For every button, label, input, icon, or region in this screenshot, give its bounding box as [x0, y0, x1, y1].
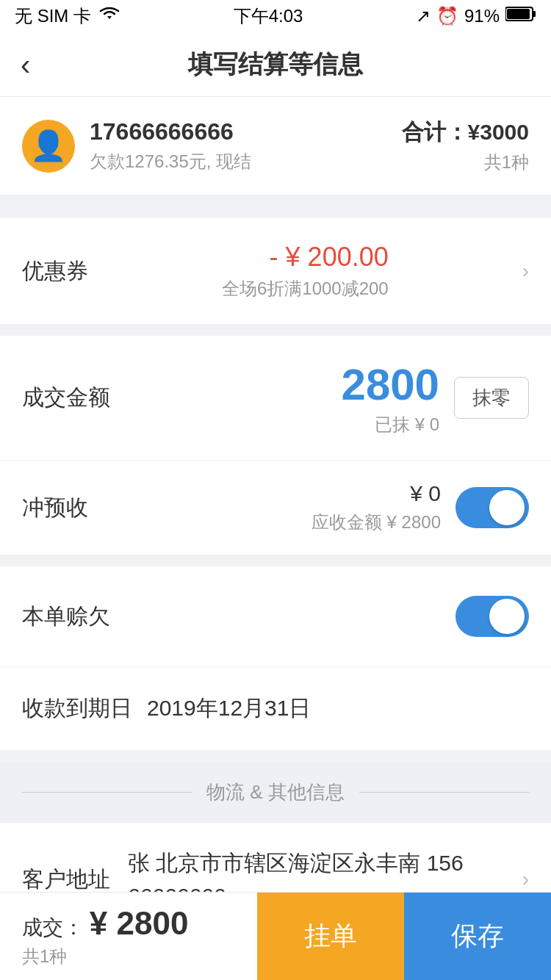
- duedate-value: 2019年12月31日: [147, 693, 311, 724]
- customer-debt: 欠款1276.35元, 现结: [90, 150, 251, 173]
- credit-toggle-knob: [489, 599, 525, 634]
- avatar: 👤: [22, 120, 75, 173]
- prepay-right: ¥ 0 应收金额 ¥ 2800: [311, 481, 529, 534]
- prepay-section: 冲预收 ¥ 0 应收金额 ¥ 2800: [0, 460, 551, 555]
- prepay-toggle[interactable]: [455, 487, 529, 528]
- footer-amount-line: 成交： ¥ 2800: [22, 905, 235, 942]
- battery-text: 91%: [464, 6, 500, 26]
- credit-label: 本单赊欠: [22, 602, 110, 632]
- svg-rect-2: [507, 9, 530, 19]
- prepay-due: 应收金额 ¥ 2800: [311, 511, 441, 534]
- prepay-info: ¥ 0 应收金额 ¥ 2800: [311, 481, 441, 534]
- section-gap-3: [0, 555, 551, 566]
- footer-amount-label: 成交：: [22, 916, 84, 939]
- toggle-knob: [489, 490, 525, 525]
- section-gap-4: [0, 750, 551, 762]
- footer: 成交： ¥ 2800 共1种 挂单 保存: [0, 892, 551, 980]
- alarm-icon: ⏰: [436, 6, 458, 26]
- save-button[interactable]: 保存: [404, 893, 551, 980]
- location-icon: ↗: [416, 6, 431, 26]
- section-gap-1: [0, 206, 551, 218]
- customer-right: 合计：¥3000 共1种: [402, 118, 529, 174]
- prepay-row: 冲预收 ¥ 0 应收金额 ¥ 2800: [0, 461, 551, 555]
- address-label: 客户地址: [22, 865, 110, 895]
- round-button[interactable]: 抹零: [454, 377, 529, 419]
- customer-left: 👤 17666666666 欠款1276.35元, 现结: [22, 118, 251, 173]
- status-right: ↗ ⏰ 91%: [416, 6, 536, 26]
- total-count: 共1种: [402, 151, 529, 174]
- battery-icon: [505, 6, 536, 26]
- coupon-right: - ¥ 200.00 全场6折满1000减200: [222, 242, 389, 300]
- footer-info: 成交： ¥ 2800 共1种: [0, 905, 257, 968]
- divider-line-left: [22, 792, 192, 793]
- credit-row: 本单赊欠: [0, 566, 551, 666]
- svg-rect-1: [533, 11, 536, 17]
- sim-text: 无 SIM 卡: [15, 4, 91, 28]
- coupon-label: 优惠券: [22, 256, 88, 287]
- back-button[interactable]: ‹: [21, 50, 30, 79]
- hang-button[interactable]: 挂单: [257, 893, 404, 980]
- credit-toggle[interactable]: [455, 596, 529, 637]
- amount-right: 2800 已抹 ¥ 0 抹零: [342, 359, 529, 436]
- duedate-section: 收款到期日 2019年12月31日: [0, 666, 551, 750]
- amount-row: 成交金额 2800 已抹 ¥ 0 抹零: [0, 336, 551, 460]
- status-left: 无 SIM 卡: [15, 4, 120, 28]
- status-time: 下午4:03: [234, 4, 303, 28]
- avatar-icon: 👤: [30, 129, 67, 163]
- logistics-divider: 物流 & 其他信息: [0, 762, 551, 823]
- status-bar: 无 SIM 卡 下午4:03 ↗ ⏰ 91%: [0, 0, 551, 32]
- prepay-amount: ¥ 0: [311, 481, 441, 506]
- duedate-row: 收款到期日 2019年12月31日: [0, 667, 551, 750]
- customer-card: 👤 17666666666 欠款1276.35元, 现结 合计：¥3000 共1…: [0, 97, 551, 195]
- customer-phone: 17666666666: [90, 118, 251, 145]
- address-chevron-icon: ›: [522, 868, 529, 891]
- nav-bar: ‹ 填写结算等信息: [0, 32, 551, 97]
- divider-line-right: [359, 792, 529, 793]
- footer-amount: ¥ 2800: [90, 905, 189, 941]
- coupon-amount: - ¥ 200.00: [222, 242, 389, 273]
- divider-text: 物流 & 其他信息: [206, 779, 345, 805]
- wifi-icon: [98, 6, 120, 26]
- amount-label: 成交金额: [22, 383, 110, 413]
- coupon-chevron-icon: ›: [522, 259, 529, 283]
- coupon-desc: 全场6折满1000减200: [222, 277, 389, 300]
- amount-sub: 已抹 ¥ 0: [342, 413, 439, 436]
- customer-info: 17666666666 欠款1276.35元, 现结: [90, 118, 251, 173]
- prepay-label: 冲预收: [22, 493, 88, 523]
- amount-value: 2800: [342, 359, 439, 410]
- coupon-row[interactable]: 优惠券 - ¥ 200.00 全场6折满1000减200 ›: [0, 218, 551, 324]
- duedate-label: 收款到期日: [22, 693, 132, 724]
- footer-count: 共1种: [22, 945, 235, 968]
- total-amount: 合计：¥3000: [402, 118, 529, 148]
- page-title: 填写结算等信息: [188, 48, 363, 82]
- section-gap-2: [0, 324, 551, 336]
